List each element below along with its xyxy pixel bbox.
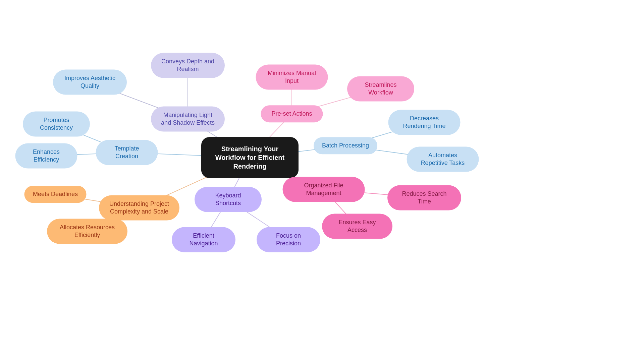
node-decreases-rendering[interactable]: Decreases Rendering Time — [388, 110, 461, 135]
node-focus-precision[interactable]: Focus on Precision — [257, 227, 320, 252]
mind-map: Streamlining Your Workflow for Efficient… — [0, 0, 644, 363]
node-minimizes-manual[interactable]: Minimizes Manual Input — [256, 65, 328, 90]
node-enhances-efficiency[interactable]: Enhances Efficiency — [15, 143, 77, 169]
node-conveys-depth[interactable]: Conveys Depth and Realism — [151, 53, 225, 78]
center-node[interactable]: Streamlining Your Workflow for Efficient… — [201, 137, 299, 178]
node-template-creation[interactable]: Template Creation — [96, 140, 158, 165]
node-reduces-search[interactable]: Reduces Search Time — [387, 185, 461, 210]
node-improves-aesthetic[interactable]: Improves Aesthetic Quality — [53, 70, 127, 95]
node-ensures-easy[interactable]: Ensures Easy Access — [322, 214, 392, 239]
node-organized-file[interactable]: Organized File Management — [283, 177, 365, 202]
node-automates-repetitive[interactable]: Automates Repetitive Tasks — [407, 147, 479, 172]
node-manipulating-light[interactable]: Manipulating Light and Shadow Effects — [151, 107, 225, 132]
node-understanding-project[interactable]: Understanding Project Complexity and Sca… — [99, 195, 179, 221]
node-preset-actions[interactable]: Pre-set Actions — [261, 105, 323, 122]
node-promotes-consistency[interactable]: Promotes Consistency — [23, 112, 90, 137]
node-efficient-navigation[interactable]: Efficient Navigation — [172, 227, 235, 252]
node-allocates-resources[interactable]: Allocates Resources Efficiently — [47, 219, 127, 244]
node-meets-deadlines[interactable]: Meets Deadlines — [24, 186, 87, 203]
node-keyboard-shortcuts[interactable]: Keyboard Shortcuts — [195, 187, 262, 212]
node-batch-processing[interactable]: Batch Processing — [314, 137, 377, 154]
node-streamlines-workflow[interactable]: Streamlines Workflow — [347, 76, 414, 102]
